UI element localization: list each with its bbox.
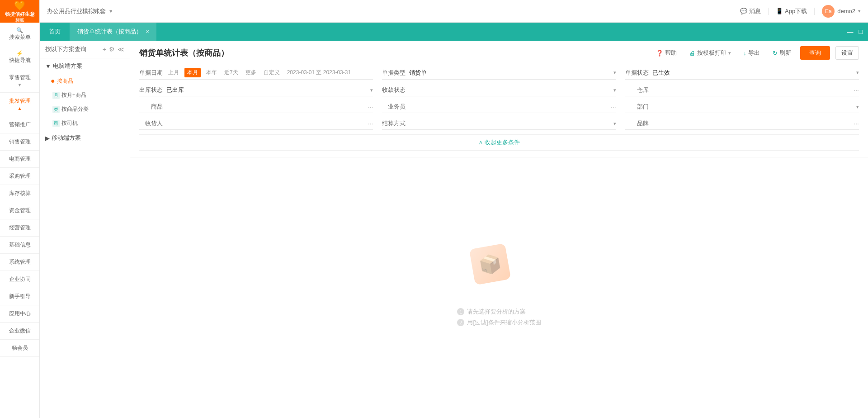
- tab-maximize-btn[interactable]: □: [857, 26, 864, 37]
- tab-home[interactable]: 首页: [40, 23, 70, 41]
- refresh-btn[interactable]: ↻ 刷新: [769, 47, 795, 59]
- tree-item-by-cashier[interactable]: 司 按司机: [40, 116, 130, 130]
- tree-group-pc[interactable]: ▼ 电脑端方案: [40, 58, 130, 74]
- sidebar-item-appstore[interactable]: 应用中心: [0, 305, 39, 323]
- filter-receiver: 收货人 ···: [139, 118, 373, 130]
- active-tab-label: 销货单统计表（按商品）: [77, 28, 142, 36]
- empty-hint-2: 2 用[过滤]条件来缩小分析范围: [457, 318, 541, 327]
- export-btn[interactable]: ↓ 导出: [740, 47, 764, 59]
- message-btn[interactable]: 💬 消息: [740, 7, 761, 15]
- dept-dropdown[interactable]: ▾: [856, 104, 859, 110]
- sidebar-item-basic[interactable]: 基础信息: [0, 237, 39, 254]
- tree-item-by-category[interactable]: 类 按商品分类: [40, 102, 130, 116]
- app-download-btn[interactable]: 📱 App下载: [776, 7, 807, 15]
- date-this-month[interactable]: 本月: [184, 68, 201, 77]
- warehouse-dots[interactable]: ···: [854, 86, 859, 94]
- empty-illustration: 📦: [472, 246, 526, 300]
- tab-active[interactable]: 销货单统计表（按商品） ×: [70, 23, 156, 41]
- refresh-label: 刷新: [779, 49, 791, 57]
- sidebar-item-member[interactable]: 畅会员: [0, 340, 39, 357]
- header-right: 💬 消息 📱 App下载 Ea demo2 ▾: [740, 5, 861, 18]
- header-dropdown-icon[interactable]: ▾: [109, 8, 113, 14]
- sidebar: 🧡 畅捷信好生意 标账 🔍 搜索菜单 ⚡ 快捷导航 零售管理 ▼ 批发管理 ▲ …: [0, 0, 40, 418]
- add-scheme-btn[interactable]: +: [103, 46, 106, 53]
- template-print-label: 按模板打印: [697, 49, 726, 57]
- collect-status-dropdown[interactable]: ▾: [613, 87, 616, 93]
- salesperson-dots[interactable]: ···: [611, 103, 616, 110]
- left-panel-title: 按以下方案查询: [45, 45, 86, 53]
- sidebar-item-quick[interactable]: ⚡ 快捷导航: [0, 46, 39, 69]
- receiver-label: 收货人: [139, 119, 166, 128]
- receiver-dots[interactable]: ···: [368, 120, 373, 127]
- filter-area: 单据日期 上月 本月 本年 近7天 更多 自定义 2023-03-01 至 20…: [130, 60, 868, 157]
- out-status-value: 已出库 ▾: [166, 86, 373, 94]
- collapse-panel-btn[interactable]: ≪: [118, 46, 124, 53]
- filter-collect-status: 收款状态 ▾: [382, 84, 616, 96]
- sidebar-retail-label: 零售管理: [2, 74, 38, 81]
- date-more[interactable]: 更多: [244, 68, 258, 77]
- date-this-year[interactable]: 本年: [204, 68, 219, 77]
- settings-btn[interactable]: 设置: [835, 46, 859, 60]
- doc-type-display: 销货单: [409, 69, 427, 77]
- top-header: 办公用品行业模拟账套 ▾ 💬 消息 📱 App下载 Ea demo2 ▾: [40, 0, 868, 23]
- warehouse-value: ···: [652, 86, 859, 94]
- date-last-month[interactable]: 上月: [166, 68, 181, 77]
- help-btn[interactable]: ❓ 帮助: [652, 47, 680, 59]
- collapse-filters-btn[interactable]: ∧ 收起更多条件: [139, 134, 859, 151]
- tree-item-by-product[interactable]: ● 按商品: [40, 74, 130, 88]
- sidebar-item-inventory[interactable]: 库存核算: [0, 185, 39, 202]
- retail-expand-icon: ▼: [18, 82, 22, 87]
- tab-close-btn[interactable]: ×: [146, 28, 149, 35]
- doc-type-dropdown[interactable]: ▾: [613, 70, 616, 76]
- payment-dropdown[interactable]: ▾: [613, 121, 616, 127]
- sidebar-item-corp[interactable]: 企业协同: [0, 271, 39, 288]
- date-custom[interactable]: 自定义: [262, 68, 282, 77]
- date-range-display: 2023-03-01 至 2023-03-31: [287, 69, 351, 76]
- sidebar-item-search[interactable]: 🔍 搜索菜单: [0, 23, 39, 46]
- user-profile[interactable]: Ea demo2 ▾: [822, 5, 861, 18]
- tree-group-mobile[interactable]: ▶ 移动端方案: [40, 130, 130, 146]
- print-icon: 🖨: [689, 50, 695, 57]
- home-tab-label: 首页: [49, 28, 61, 36]
- template-print-btn[interactable]: 🖨 按模板打印 ▾: [686, 47, 735, 59]
- sidebar-item-retail[interactable]: 零售管理 ▼: [0, 69, 39, 93]
- settings-scheme-btn[interactable]: ⚙: [109, 46, 115, 53]
- sidebar-item-ecommerce[interactable]: 电商管理: [0, 151, 39, 168]
- sidebar-item-system[interactable]: 系统管理: [0, 254, 39, 271]
- by-month-label: 按月+商品: [61, 91, 86, 99]
- doc-type-label: 单据类型: [382, 69, 409, 77]
- refresh-icon: ↻: [773, 50, 778, 57]
- filter-row-3: 商品 ··· 业务员 ··· 部门: [139, 101, 859, 113]
- left-panel-header: 按以下方案查询 + ⚙ ≪: [40, 41, 130, 58]
- sidebar-quick-label: 快捷导航: [2, 57, 38, 64]
- app-name: 畅捷信好生意: [5, 11, 35, 17]
- logo-icon: 🧡: [14, 0, 25, 11]
- by-cashier-label: 按司机: [61, 119, 78, 127]
- sidebar-item-newbie[interactable]: 新手引导: [0, 288, 39, 305]
- page-header: 销货单统计表（按商品） ❓ 帮助 🖨 按模板打印 ▾ ↓ 导出: [130, 41, 868, 60]
- empty-state: 📦 1 请先选择要分析的方案 2 用[过滤]条件来缩小分析范围: [130, 157, 868, 418]
- date-label: 单据日期: [139, 69, 166, 77]
- tab-minimize-btn[interactable]: —: [845, 26, 855, 37]
- brand-dots[interactable]: ···: [854, 120, 859, 127]
- sidebar-item-sales[interactable]: 销售管理: [0, 133, 39, 151]
- left-panel: 按以下方案查询 + ⚙ ≪ ▼ 电脑端方案 ● 按商品 月 按月+商品: [40, 41, 130, 418]
- filter-row-2: 出库状态 已出库 ▾ 收款状态 ▾ 仓库: [139, 84, 859, 96]
- print-dropdown-icon[interactable]: ▾: [728, 50, 731, 56]
- sidebar-item-wholesale[interactable]: 批发管理 ▲: [0, 93, 39, 116]
- query-btn[interactable]: 查询: [800, 46, 830, 60]
- sidebar-item-marketing[interactable]: 营销推广: [0, 116, 39, 133]
- product-label: 商品: [139, 103, 166, 111]
- tree-item-by-month-product[interactable]: 月 按月+商品: [40, 88, 130, 102]
- date-7days[interactable]: 近7天: [222, 68, 240, 77]
- date-picker: 上月 本月 本年 近7天 更多 自定义 2023-03-01 至 2023-03…: [166, 68, 351, 77]
- filter-dept: 部门 ▾: [625, 101, 859, 113]
- product-dots[interactable]: ···: [368, 103, 373, 110]
- sidebar-item-purchase[interactable]: 采购管理: [0, 168, 39, 185]
- out-status-dropdown[interactable]: ▾: [370, 87, 373, 93]
- empty-box-icon: 📦: [469, 243, 511, 285]
- doc-status-dropdown[interactable]: ▾: [856, 70, 859, 76]
- sidebar-item-wechat[interactable]: 企业微信: [0, 323, 39, 340]
- sidebar-item-finance[interactable]: 资金管理: [0, 202, 39, 219]
- sidebar-item-operation[interactable]: 经营管理: [0, 219, 39, 237]
